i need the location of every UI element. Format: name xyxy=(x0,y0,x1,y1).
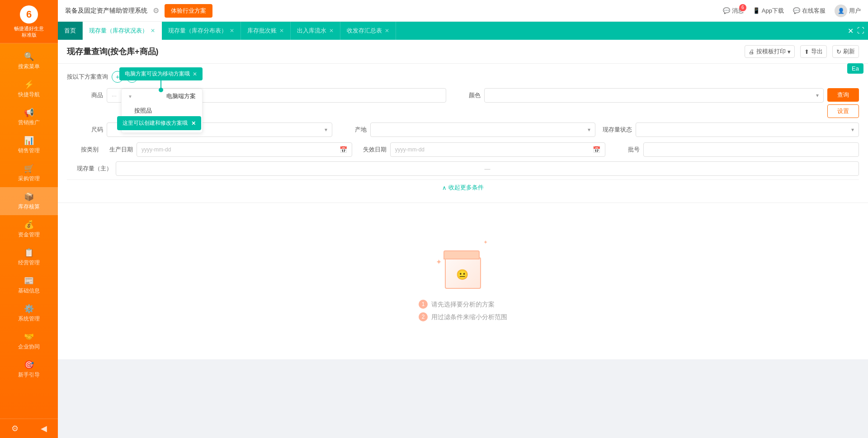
invstatus-label: 现存量状态 xyxy=(603,126,632,134)
tab-collection-label: 收发存汇总表 xyxy=(347,27,382,35)
print-icon: 🖨 xyxy=(749,48,755,55)
empty-state: 😐 ✦ ✦ 1 请先选择要分析的方案 2 用过滤条件来缩小分析范围 xyxy=(58,203,868,359)
desktop-scheme-arrow: ▼ xyxy=(128,94,132,99)
sidebar-item-system[interactable]: ⚙️ 系统管理 xyxy=(0,299,58,327)
sidebar-bottom: ⚙ ◀ xyxy=(0,419,58,438)
sidebar-item-search[interactable]: 🔍 搜索菜单 xyxy=(0,47,58,75)
sidebar-item-marketing[interactable]: 📢 营销推广 xyxy=(0,103,58,131)
tab-inventory-status[interactable]: 现存量（库存状况表） ✕ xyxy=(83,22,162,40)
tab-batch-close[interactable]: ✕ xyxy=(279,28,284,34)
tab-inventory-dist[interactable]: 现存量（库存分布表） ✕ xyxy=(162,22,241,40)
sidebar-item-quicknav[interactable]: ⚡ 快捷导航 xyxy=(0,75,58,103)
export-btn[interactable]: ⬆ 导出 xyxy=(800,45,827,58)
expdate-input[interactable]: yyyy-mm-dd 📅 xyxy=(390,142,606,157)
msg-icon: 💬 xyxy=(723,7,730,14)
tab-batch-label: 库存批次账 xyxy=(247,27,277,35)
page-actions: 🖨 按模板打印 ▾ ⬆ 导出 ↻ 刷新 xyxy=(745,45,859,58)
refresh-btn[interactable]: ↻ 刷新 xyxy=(832,45,859,58)
collapse-btn[interactable]: ∧ 收起更多条件 xyxy=(67,179,859,195)
empty-star-left: ✦ xyxy=(436,258,442,266)
avatar: 👤 xyxy=(835,5,847,17)
sidebar-item-purchase[interactable]: 🛒 采购管理 xyxy=(0,159,58,187)
sidebar-item-enterprise[interactable]: 🤝 企业协同 xyxy=(0,327,58,355)
hint-text-2: 用过滤条件来缩小分析范围 xyxy=(431,311,507,323)
settings-icon[interactable]: ⚙ xyxy=(153,6,159,15)
sidebar-item-sales[interactable]: 📊 销售管理 xyxy=(0,131,58,159)
system-name: 装备及固定资产辅助管理系统 xyxy=(65,7,147,15)
tab-inout-close[interactable]: ✕ xyxy=(329,28,334,34)
empty-face-icon: 😐 xyxy=(456,269,468,281)
print-btn[interactable]: 🖨 按模板打印 ▾ xyxy=(745,45,795,58)
batch-label: 批号 xyxy=(613,146,640,154)
tab-bar: 首页 现存量（库存状况表） ✕ 现存量（库存分布表） ✕ 库存批次账 ✕ 出入库… xyxy=(58,22,868,40)
page-title: 现存量查询(按仓库+商品) xyxy=(67,46,159,57)
experience-btn[interactable]: 体验行业方案 xyxy=(165,4,212,18)
tab-inout[interactable]: 出入库流水 ✕ xyxy=(291,22,340,40)
sidebar-item-operations[interactable]: 📋 经营管理 xyxy=(0,243,58,271)
settings-bottom-btn[interactable]: ⚙ xyxy=(11,424,19,433)
tab-bar-right: ✕ ⛶ xyxy=(844,27,868,35)
quicknav-icon: ⚡ xyxy=(24,80,34,89)
category-field: 按类别 xyxy=(76,146,99,154)
support-action[interactable]: 💬 在线客服 xyxy=(793,7,826,15)
export-icon: ⬆ xyxy=(804,48,809,55)
user-label: 用户 xyxy=(849,7,861,15)
scheme-list-panel: ▼ 电脑端方案 按照品 这里可以创建和修改方案哦 ✕ ▶ xyxy=(121,89,203,133)
tooltip-connector-dot xyxy=(159,88,163,92)
msg-action[interactable]: 💬 消息 6 xyxy=(723,7,744,15)
origin-input[interactable]: ▾ xyxy=(370,122,596,137)
page-header: 现存量查询(按仓库+商品) 🖨 按模板打印 ▾ ⬆ 导出 ↻ 刷新 xyxy=(58,40,868,64)
scheme-tooltip-close[interactable]: ✕ xyxy=(193,71,197,77)
expdate-field: 失效日期 yyyy-mm-dd 📅 xyxy=(359,142,606,157)
calendar-icon: 📅 xyxy=(340,146,347,153)
invstatus-field: 现存量状态 ▾ xyxy=(603,122,859,137)
system-icon: ⚙️ xyxy=(24,304,34,314)
tab-batch[interactable]: 库存批次账 ✕ xyxy=(241,22,291,40)
desktop-scheme-child-label: 按照品 xyxy=(134,107,152,115)
sidebar-item-basicinfo[interactable]: 📰 基础信息 xyxy=(0,271,58,299)
edit-tooltip: 这里可以创建和修改方案哦 ✕ xyxy=(117,116,201,130)
size-label: 尺码 xyxy=(76,126,103,134)
proddate-input[interactable]: yyyy-mm-dd 📅 xyxy=(137,142,352,157)
collapse-sidebar-btn[interactable]: ◀ xyxy=(41,424,47,433)
hint-num-1: 1 xyxy=(419,300,428,309)
tab-inventory-dist-label: 现存量（库存分布表） xyxy=(168,27,227,35)
invqty-row: 现存量（主） — xyxy=(76,161,859,176)
tab-inventory-status-close[interactable]: ✕ xyxy=(151,28,155,34)
marketing-icon: 📢 xyxy=(24,108,34,118)
sidebar-item-guide[interactable]: 🎯 新手引导 xyxy=(0,355,58,383)
empty-star-right: ✦ xyxy=(483,239,488,245)
app-download-action[interactable]: 📱 App下载 xyxy=(753,7,784,15)
color-input[interactable]: ▾ xyxy=(484,88,824,103)
guide-icon: 🎯 xyxy=(24,360,34,370)
reset-btn[interactable]: 设置 xyxy=(827,104,859,118)
origin-label: 产地 xyxy=(340,126,367,134)
tab-collection-close[interactable]: ✕ xyxy=(385,28,389,34)
search-icon: 🔍 xyxy=(24,52,34,61)
search-btn[interactable]: 查询 xyxy=(827,88,859,102)
fullscreen-btn[interactable]: ⛶ xyxy=(857,27,864,35)
tab-home[interactable]: 首页 xyxy=(58,22,83,40)
invqty-input[interactable]: — xyxy=(116,161,859,176)
batch-input[interactable] xyxy=(643,142,859,157)
expdate-label: 失效日期 xyxy=(359,146,387,154)
tab-home-label: 首页 xyxy=(64,27,76,35)
sidebar-item-finance[interactable]: 💰 资金管理 xyxy=(0,215,58,243)
close-all-tabs-btn[interactable]: ✕ xyxy=(848,27,854,35)
sidebar: 6 畅捷通好生意标准版 🔍 搜索菜单 ⚡ 快捷导航 📢 营销推广 📊 销售管理 … xyxy=(0,0,58,438)
collapse-label: 收起更多条件 xyxy=(448,184,484,192)
invstatus-input[interactable]: ▾ xyxy=(636,122,859,137)
main-content: 装备及固定资产辅助管理系统 ⚙ 体验行业方案 💬 消息 6 📱 App下载 💬 … xyxy=(58,0,868,438)
print-arrow-icon: ▾ xyxy=(788,48,791,55)
sidebar-item-inventory[interactable]: 📦 库存核算 xyxy=(0,187,58,215)
tab-inout-label: 出入库流水 xyxy=(297,27,326,35)
tab-collection[interactable]: 收发存汇总表 ✕ xyxy=(340,22,396,40)
edit-tooltip-close[interactable]: ✕ xyxy=(191,120,196,127)
user-action[interactable]: 👤 用户 xyxy=(835,5,861,17)
inventory-icon: 📦 xyxy=(24,192,34,202)
batch-field: 批号 xyxy=(613,142,859,157)
tab-inventory-status-label: 现存量（库存状况表） xyxy=(89,27,148,35)
export-label: 导出 xyxy=(811,47,823,56)
proddate-label: 生产日期 xyxy=(106,146,133,154)
tab-inventory-dist-close[interactable]: ✕ xyxy=(230,28,234,34)
